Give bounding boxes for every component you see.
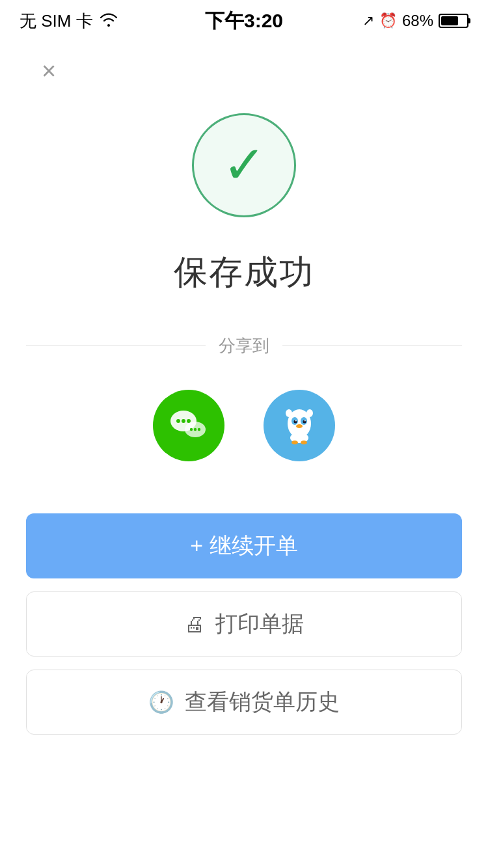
close-icon: × [42,59,56,83]
share-label: 分享到 [219,334,269,357]
svg-point-19 [286,409,292,417]
wechat-logo-icon [168,406,210,445]
status-right: ↗ ⏰ 68% [362,12,468,30]
checkmark-icon: ✓ [223,139,266,191]
battery-icon [439,14,468,28]
close-button-row: × [26,42,462,94]
print-button-label: 打印单据 [215,609,304,639]
history-button[interactable]: 🕐 查看销货单历史 [26,670,462,735]
status-left: 无 SIM 卡 [20,10,118,33]
svg-point-5 [190,428,193,431]
qq-logo-icon [280,405,318,446]
location-icon: ↗ [362,12,374,29]
svg-point-7 [198,428,200,431]
action-buttons: + 继续开单 🖨 打印单据 🕐 查看销货单历史 [26,513,462,735]
share-icons-row [153,390,335,461]
history-icon: 🕐 [148,690,174,714]
divider-left [26,346,206,346]
svg-point-2 [182,419,185,423]
print-button[interactable]: 🖨 打印单据 [26,591,462,657]
success-title: 保存成功 [174,250,314,295]
svg-point-14 [305,420,306,422]
svg-point-3 [187,419,191,423]
svg-point-1 [176,419,180,423]
continue-button[interactable]: + 继续开单 [26,513,462,578]
status-bar: 无 SIM 卡 下午3:20 ↗ ⏰ 68% [0,0,488,42]
continue-button-label: + 继续开单 [190,531,297,561]
svg-point-17 [291,441,298,444]
print-icon: 🖨 [184,612,205,636]
history-button-label: 查看销货单历史 [185,687,340,717]
main-content: × ✓ 保存成功 分享到 [0,42,488,735]
success-circle: ✓ [192,113,296,217]
divider-right [282,346,462,346]
svg-point-6 [194,428,197,431]
carrier-text: 无 SIM 卡 [20,10,93,33]
wifi-icon [100,11,118,31]
qq-share-button[interactable] [264,390,335,461]
share-divider: 分享到 [26,334,462,357]
wechat-share-button[interactable] [153,390,224,461]
battery-percent: 68% [402,12,433,30]
close-button[interactable]: × [33,55,65,87]
svg-point-15 [296,424,303,428]
status-time: 下午3:20 [205,8,283,34]
svg-point-20 [306,409,313,417]
alarm-icon: ⏰ [379,12,397,29]
svg-point-18 [301,441,307,444]
svg-point-13 [295,420,297,422]
